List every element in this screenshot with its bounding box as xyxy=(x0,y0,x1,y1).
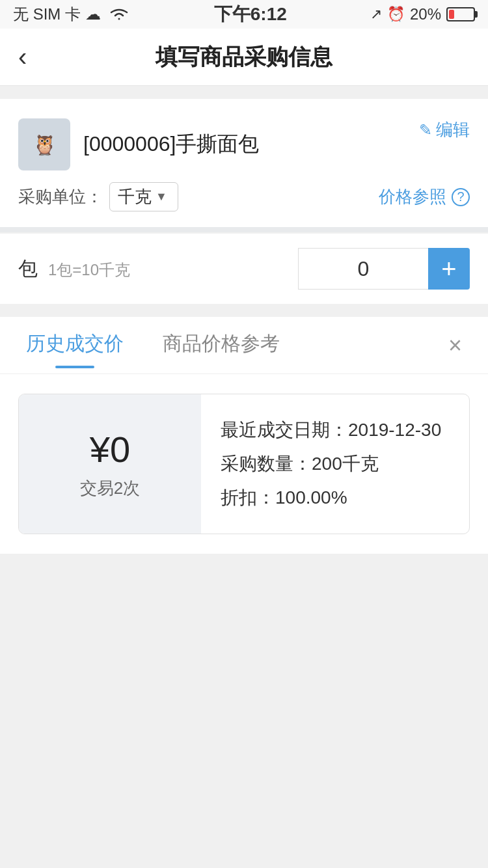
sim-status: 无 SIM 卡 ☁ xyxy=(13,4,101,25)
product-icon: 🦉 xyxy=(33,133,57,156)
price-value: 0 xyxy=(110,429,130,470)
purchase-unit-label: 采购单位： xyxy=(18,185,103,208)
status-time: 下午6:12 xyxy=(214,2,287,27)
product-name: [0000006]手撕面包 xyxy=(83,130,259,159)
tab-product-label: 商品价格参考 xyxy=(163,331,280,357)
help-icon: ? xyxy=(452,188,470,206)
edit-label: 编辑 xyxy=(436,118,470,141)
purchase-qty-label: 采购数量： xyxy=(221,454,312,474)
quantity-ratio: 1包=10千克 xyxy=(48,260,130,280)
purchase-qty-row: 采购数量：200千克 xyxy=(221,452,450,476)
product-info: 🦉 [0000006]手撕面包 xyxy=(18,118,259,170)
location-icon: ↗ xyxy=(370,6,382,23)
close-button[interactable]: × xyxy=(448,332,462,359)
discount-value: 100.00% xyxy=(275,487,347,508)
status-bar-left: 无 SIM 卡 ☁ xyxy=(13,4,131,25)
trade-count: 交易2次 xyxy=(80,477,140,500)
battery-percent: 20% xyxy=(410,5,441,23)
product-card: 🦉 [0000006]手撕面包 ✎ 编辑 采购单位： 千克 ▼ 价格参照 ? xyxy=(0,99,488,227)
recent-date-value: 2019-12-30 xyxy=(348,420,441,440)
status-bar: 无 SIM 卡 ☁ 下午6:12 ↗ ⏰ 20% xyxy=(0,0,488,29)
quantity-value: 0 xyxy=(358,257,370,281)
battery-icon xyxy=(446,7,475,21)
divider xyxy=(0,227,488,232)
quantity-row: 包 1包=10千克 0 + xyxy=(18,234,470,304)
tab-product-price-ref[interactable]: 商品价格参考 xyxy=(163,323,280,368)
quantity-input[interactable]: 0 xyxy=(298,248,428,290)
tabs-list: 历史成交价 商品价格参考 xyxy=(26,323,280,368)
tab-history-label: 历史成交价 xyxy=(26,331,124,357)
quantity-row-wrapper: 包 1包=10千克 0 + xyxy=(0,234,488,304)
price-card-left: ¥0 交易2次 xyxy=(19,394,201,534)
discount-label: 折扣： xyxy=(221,487,275,508)
quantity-section: 包 1包=10千克 0 + xyxy=(0,227,488,304)
battery-fill xyxy=(449,10,454,19)
purchase-qty-value: 200千克 xyxy=(312,454,379,474)
status-bar-right: ↗ ⏰ 20% xyxy=(370,5,475,23)
edit-icon: ✎ xyxy=(419,121,432,139)
discount-row: 折扣：100.00% xyxy=(221,485,450,510)
page-title: 填写商品采购信息 xyxy=(156,42,332,72)
price-amount: ¥0 xyxy=(90,428,130,470)
price-ref-button[interactable]: 价格参照 ? xyxy=(379,185,470,208)
product-image: 🦉 xyxy=(18,118,70,170)
product-meta: 采购单位： 千克 ▼ 价格参照 ? xyxy=(18,182,470,211)
unit-selector[interactable]: 千克 ▼ xyxy=(109,182,178,211)
price-card-right: 最近成交日期：2019-12-30 采购数量：200千克 折扣：100.00% xyxy=(201,394,469,534)
quantity-unit-label: 包 xyxy=(18,256,38,282)
recent-date-row: 最近成交日期：2019-12-30 xyxy=(221,418,450,442)
dropdown-arrow-icon: ▼ xyxy=(156,190,167,204)
tab-history-price[interactable]: 历史成交价 xyxy=(26,323,124,368)
history-content: ¥0 交易2次 最近成交日期：2019-12-30 采购数量：200千克 折扣：… xyxy=(0,374,488,554)
wifi-icon xyxy=(107,6,131,23)
purchase-unit: 采购单位： 千克 ▼ xyxy=(18,182,178,211)
product-header: 🦉 [0000006]手撕面包 ✎ 编辑 xyxy=(18,118,470,170)
quantity-labels: 包 1包=10千克 xyxy=(18,256,130,282)
tabs-section: 历史成交价 商品价格参考 × ¥0 交易2次 最近成交日期：2019-12-30… xyxy=(0,317,488,554)
quantity-plus-button[interactable]: + xyxy=(428,248,470,290)
price-ref-label: 价格参照 xyxy=(379,185,446,208)
price-card: ¥0 交易2次 最近成交日期：2019-12-30 采购数量：200千克 折扣：… xyxy=(18,394,470,534)
alarm-icon: ⏰ xyxy=(387,6,405,23)
unit-value: 千克 xyxy=(118,185,152,208)
currency-symbol: ¥ xyxy=(90,429,110,470)
nav-bar: ‹ 填写商品采购信息 xyxy=(0,29,488,86)
back-button[interactable]: ‹ xyxy=(18,42,27,72)
recent-date-label: 最近成交日期： xyxy=(221,420,348,440)
main-content xyxy=(0,554,488,868)
tabs-header: 历史成交价 商品价格参考 × xyxy=(0,317,488,374)
quantity-control: 0 + xyxy=(298,248,470,290)
edit-button[interactable]: ✎ 编辑 xyxy=(419,118,470,141)
